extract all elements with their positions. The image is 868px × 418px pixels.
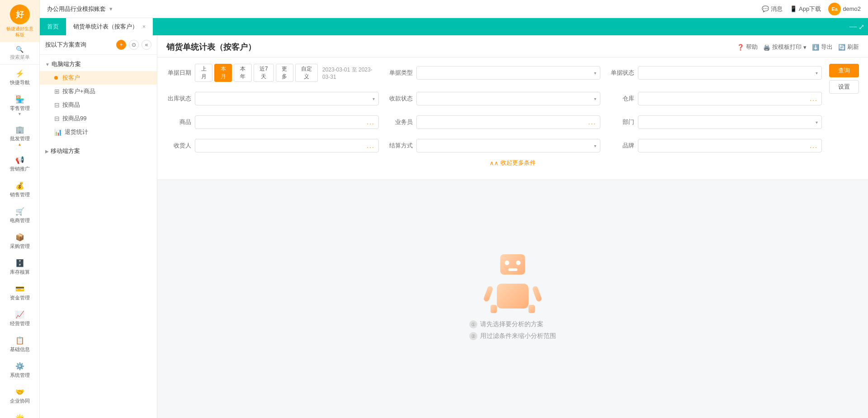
print-dropdown-icon[interactable]: ▾ bbox=[803, 44, 807, 51]
out-status-control: ▾ bbox=[195, 92, 379, 105]
sidebar-item-wholesale[interactable]: 🏢 批发管理 ▲ bbox=[0, 121, 39, 151]
filter-brand: 品牌 ... bbox=[609, 139, 822, 152]
sidebar-item-ecommerce[interactable]: 🛒 电商管理 bbox=[0, 203, 39, 228]
payment-label: 结算方式 bbox=[388, 142, 413, 150]
tree-child-by-customer[interactable]: 按客户 bbox=[40, 71, 157, 85]
export-label: 导出 bbox=[821, 43, 833, 51]
warehouse-dots[interactable]: ... bbox=[810, 95, 818, 102]
brand-select[interactable]: ... bbox=[638, 139, 822, 152]
receiver-select[interactable]: ... bbox=[195, 139, 379, 152]
sidebar-item-system[interactable]: ⚙️ 系统管理 bbox=[0, 357, 39, 383]
tree-parent-desktop[interactable]: ▼ 电脑端方案 bbox=[40, 57, 157, 71]
tab-bar: 首页 销货单统计表（按客户） × — ⤢ bbox=[40, 18, 868, 35]
collapse-panel-button[interactable]: « bbox=[142, 40, 151, 50]
header-title: 办公用品行业模拟账套 bbox=[47, 5, 106, 13]
tree-child-label: 按客户+商品 bbox=[62, 87, 95, 95]
sidebar-item-quick-nav[interactable]: ⚡ 快捷导航 bbox=[0, 65, 39, 90]
sidebar-item-operations[interactable]: 📈 经营管理 bbox=[0, 306, 39, 332]
user-name: demo2 bbox=[843, 5, 861, 12]
robot-mouth bbox=[508, 268, 517, 271]
tree-child-by-product-99[interactable]: ⊟ 按商品99 bbox=[40, 112, 157, 125]
empty-hint-2: ② 用过滤条件来缩小分析范围 bbox=[469, 332, 556, 340]
sidebar-item-enterprise[interactable]: 🤝 企业协同 bbox=[0, 383, 39, 409]
sidebar-sales-label: 销售管理 bbox=[10, 191, 30, 198]
date-btn-more[interactable]: 更多 bbox=[276, 64, 293, 82]
tree-parent-label: 电脑端方案 bbox=[52, 60, 81, 68]
sidebar-item-finance[interactable]: 💳 资金管理 bbox=[0, 280, 39, 306]
print-button[interactable]: 🖨️ 按模板打印 ▾ bbox=[763, 43, 807, 51]
sidebar-item-retail[interactable]: 🏪 零售管理 ▼ bbox=[0, 90, 39, 121]
warehouse-select[interactable]: ... bbox=[638, 92, 822, 105]
tree-collapse-icon: ▶ bbox=[45, 149, 49, 154]
filter-department: 部门 ▾ bbox=[609, 115, 822, 129]
payment-select[interactable]: ▾ bbox=[416, 139, 600, 152]
sidebar-item-purchase[interactable]: 📦 采购管理 bbox=[0, 228, 39, 254]
brand-dots[interactable]: ... bbox=[810, 142, 818, 149]
refresh-icon: 🔄 bbox=[838, 44, 845, 51]
product-dots[interactable]: ... bbox=[367, 119, 375, 126]
tree-parent-mobile[interactable]: ▶ 移动端方案 bbox=[40, 144, 157, 158]
date-btn-this-year[interactable]: 本年 bbox=[234, 64, 251, 82]
download-icon: 📱 bbox=[790, 5, 797, 12]
retail-expand-icon: ▼ bbox=[18, 112, 22, 116]
date-btn-last-month[interactable]: 上月 bbox=[195, 64, 212, 82]
top-header: 办公用品行业模拟账套 ▾ 💬 消息 📱 App下载 Ea demo2 bbox=[40, 0, 868, 18]
message-button[interactable]: 💬 消息 bbox=[762, 5, 783, 13]
sidebar: 好 畅捷通好生意 标版 🔍 搜索菜单 ⚡ 快捷导航 🏪 零售管理 ▼ 🏢 批发管… bbox=[0, 0, 40, 418]
retail-icon: 🏪 bbox=[15, 95, 24, 104]
sidebar-item-inventory[interactable]: 🗄️ 库存核算 bbox=[0, 254, 39, 280]
sidebar-item-newbie[interactable]: 🌟 新手引导 bbox=[0, 409, 39, 418]
refresh-button[interactable]: 🔄 刷新 bbox=[838, 43, 859, 51]
tree-expand-icon: ▼ bbox=[45, 62, 50, 67]
sidebar-item-search[interactable]: 🔍 搜索菜单 bbox=[0, 42, 39, 65]
grid-icon: ⊞ bbox=[54, 88, 60, 95]
brand-control: ... bbox=[638, 139, 822, 152]
sidebar-purchase-label: 采购管理 bbox=[10, 243, 30, 250]
wholesale-expand-icon: ▲ bbox=[18, 142, 22, 147]
refresh-label: 刷新 bbox=[847, 43, 859, 51]
sidebar-item-sales[interactable]: 💰 销售管理 bbox=[0, 177, 39, 203]
filter-row-1: 单据日期 上月 本月 本年 近7天 更多 自定义 bbox=[166, 64, 822, 82]
tree-section-mobile: ▶ 移动端方案 bbox=[40, 142, 157, 161]
header-dropdown-icon[interactable]: ▾ bbox=[109, 5, 117, 13]
tab-maximize-btn[interactable]: ⤢ bbox=[859, 23, 864, 31]
receiver-dots[interactable]: ... bbox=[367, 142, 375, 149]
right-panel: 销货单统计表（按客户） ❓ 帮助 🖨️ 按模板打印 ▾ ⬇️ 导出 bbox=[157, 35, 868, 418]
tree-child-return-stats[interactable]: 📊 退货统计 bbox=[40, 125, 157, 139]
tab-minimize-btn[interactable]: — bbox=[849, 23, 857, 31]
tree-child-by-product[interactable]: ⊟ 按商品 bbox=[40, 98, 157, 112]
tab-active[interactable]: 销货单统计表（按客户） × bbox=[66, 18, 153, 35]
product-select[interactable]: ... bbox=[195, 115, 379, 129]
date-btn-7days[interactable]: 近7天 bbox=[254, 64, 274, 82]
tab-close-icon[interactable]: × bbox=[142, 24, 146, 30]
settings-scheme-button[interactable]: ⊙ bbox=[129, 40, 139, 50]
export-button[interactable]: ⬇️ 导出 bbox=[812, 43, 833, 51]
out-status-select[interactable]: ▾ bbox=[195, 92, 379, 105]
sidebar-item-base[interactable]: 📋 基础信息 bbox=[0, 332, 39, 357]
salesperson-dots[interactable]: ... bbox=[588, 119, 596, 126]
bill-type-select[interactable]: ▾ bbox=[416, 66, 600, 80]
tab-home[interactable]: 首页 bbox=[40, 18, 66, 35]
list2-icon: ⊟ bbox=[54, 115, 60, 122]
help-button[interactable]: ❓ 帮助 bbox=[737, 43, 758, 51]
receiver-label: 收货人 bbox=[166, 142, 191, 150]
query-button[interactable]: 查询 bbox=[829, 64, 859, 77]
date-btn-custom[interactable]: 自定义 bbox=[295, 64, 318, 82]
sidebar-item-marketing[interactable]: 📢 营销推广 bbox=[0, 151, 39, 177]
filter-bill-type: 单据类型 ▾ bbox=[388, 66, 600, 80]
out-status-label: 出库状态 bbox=[166, 95, 191, 103]
tree-child-by-customer-product[interactable]: ⊞ 按客户+商品 bbox=[40, 85, 157, 98]
filter-settings-button[interactable]: 设置 bbox=[829, 80, 859, 94]
tree-mobile-label: 移动端方案 bbox=[51, 147, 80, 155]
add-scheme-button[interactable]: + bbox=[116, 40, 126, 50]
empty-hint-1: ① 请先选择要分析的方案 bbox=[469, 320, 556, 328]
salesperson-select[interactable]: ... bbox=[416, 115, 600, 129]
receive-status-select[interactable]: ▾ bbox=[416, 92, 600, 105]
date-btn-this-month[interactable]: 本月 bbox=[214, 64, 232, 82]
robot-head bbox=[500, 254, 525, 275]
user-profile-button[interactable]: Ea demo2 bbox=[828, 3, 861, 15]
bill-status-select[interactable]: ▾ bbox=[638, 66, 822, 80]
collapse-button[interactable]: ∧∧ 收起更多条件 bbox=[487, 156, 538, 170]
app-download-button[interactable]: 📱 App下载 bbox=[790, 5, 821, 13]
department-select[interactable]: ▾ bbox=[638, 115, 822, 129]
